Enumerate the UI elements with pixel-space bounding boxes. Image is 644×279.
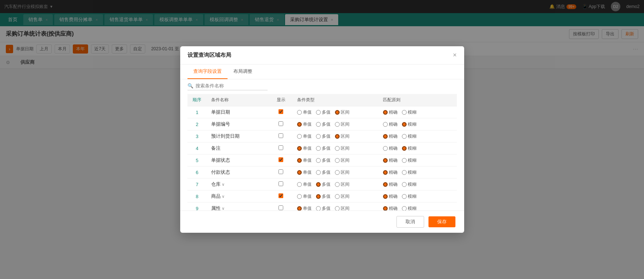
dialog-close-button[interactable]: × bbox=[453, 51, 457, 59]
tab-layout-adjust[interactable]: 布局调整 bbox=[228, 64, 258, 69]
dialog-title: 设置查询区域布局 bbox=[187, 52, 231, 59]
tab-query-fields[interactable]: 查询字段设置 bbox=[187, 64, 228, 69]
settings-dialog: 设置查询区域布局 × 查询字段设置 布局调整 🔍 顺序 条件名称 显示 bbox=[180, 46, 464, 69]
dialog-tabs: 查询字段设置 布局调整 bbox=[180, 64, 464, 69]
dialog-header: 设置查询区域布局 × bbox=[180, 46, 464, 64]
modal-overlay: 设置查询区域布局 × 查询字段设置 布局调整 🔍 顺序 条件名称 显示 bbox=[0, 0, 644, 69]
